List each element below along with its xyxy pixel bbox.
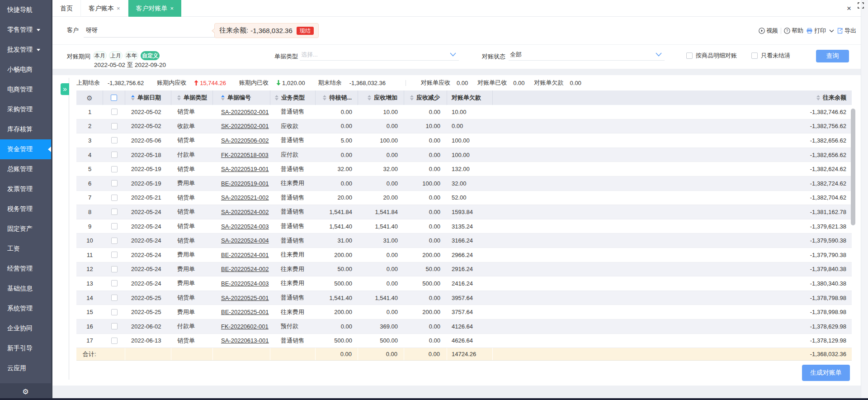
sidebar-item[interactable]: 新手引导 [0, 338, 52, 358]
row-checkbox[interactable] [103, 162, 125, 176]
sidebar-item[interactable]: 库存核算 [0, 119, 52, 139]
row-checkbox[interactable] [103, 105, 125, 119]
column-settings-button[interactable]: ⚙ [76, 90, 103, 105]
document-link[interactable]: SA-20220524-002 [221, 209, 269, 215]
row-checkbox[interactable] [103, 148, 125, 162]
row-checkbox[interactable] [103, 305, 125, 319]
sidebar-item[interactable]: 电商管理 [0, 80, 52, 100]
fullscreen-icon[interactable] [858, 2, 864, 9]
filter-checkbox-detail[interactable]: 按商品明细对账 [686, 52, 737, 60]
select-all-checkbox[interactable] [103, 90, 125, 105]
sidebar-item[interactable]: 经营管理 [0, 259, 52, 279]
document-link[interactable]: BE-20220524-001 [221, 252, 269, 258]
row-checkbox[interactable] [103, 262, 125, 276]
column-header-pending[interactable]: 待核销... [316, 90, 358, 105]
sidebar-item[interactable]: 企业协同 [0, 319, 52, 338]
document-link[interactable]: BE-20220524-003 [221, 280, 269, 287]
row-checkbox[interactable] [103, 176, 125, 190]
sidebar-item[interactable]: 固定资产 [0, 219, 52, 239]
column-header-balance[interactable]: 往来余额 [761, 90, 852, 105]
row-checkbox[interactable] [103, 248, 125, 262]
cell-increase: 20.00 [358, 191, 404, 205]
sidebar-item[interactable]: 批发管理 [0, 40, 52, 60]
sidebar-item[interactable]: 发票管理 [0, 179, 52, 199]
column-header-date[interactable]: 单据日期 [125, 90, 171, 105]
row-checkbox[interactable] [103, 233, 125, 248]
summary-item: 期末结余 -1,368,032.36 [318, 79, 386, 87]
column-header-decrease[interactable]: 应收减少 [404, 90, 447, 105]
query-button[interactable]: 查询 [816, 50, 849, 62]
document-link[interactable]: BE-20220519-001 [221, 180, 269, 187]
document-link[interactable]: BE-20220525-001 [221, 309, 269, 315]
sidebar-item[interactable]: 采购管理 [0, 100, 52, 119]
doc-type-select[interactable]: 选择... [300, 49, 459, 61]
tab-close-icon[interactable]: × [117, 5, 120, 11]
document-link[interactable]: SA-20220521-002 [221, 194, 269, 201]
document-link[interactable]: FK-20220518-003 [221, 152, 269, 158]
export-button[interactable]: 导出 [837, 27, 856, 35]
tab[interactable]: 客户账本 × [81, 0, 128, 17]
row-checkbox[interactable] [103, 334, 125, 348]
page-scrollbar-track[interactable] [861, 0, 868, 400]
period-pill[interactable]: 本年 [125, 51, 138, 60]
document-link[interactable]: SA-20220506-002 [221, 137, 269, 144]
sidebar-item[interactable]: 基础信息 [0, 279, 52, 299]
row-checkbox[interactable] [103, 276, 125, 290]
row-checkbox[interactable] [103, 133, 125, 148]
sidebar-item[interactable]: 税务管理 [0, 199, 52, 219]
checkbox-icon [111, 209, 118, 215]
filter-checkbox-unsettled[interactable]: 只看未结清 [751, 52, 790, 60]
status-select[interactable]: 全部 [509, 49, 665, 61]
sidebar-item[interactable]: 系统管理 [0, 299, 52, 319]
row-checkbox[interactable] [103, 119, 125, 133]
sidebar-item[interactable]: 小畅电商 [0, 60, 52, 80]
row-checkbox[interactable] [103, 191, 125, 205]
column-header-type[interactable]: 单据类型 [171, 90, 213, 105]
document-link[interactable]: SA-20220613-001 [221, 337, 269, 344]
table-scrollbar-thumb[interactable] [851, 109, 855, 225]
tab[interactable]: 首页 [52, 0, 81, 17]
help-button[interactable]: ? 帮助 [784, 27, 803, 35]
document-link[interactable]: SA-20220525-001 [221, 295, 269, 301]
document-link[interactable]: BE-20220524-002 [221, 266, 269, 272]
tab-close-icon[interactable]: × [170, 5, 174, 11]
row-checkbox[interactable] [103, 219, 125, 233]
column-header-biz[interactable]: 业务类型 [270, 90, 316, 105]
print-button[interactable]: 打印 [806, 27, 834, 35]
sidebar-settings-button[interactable]: ⚙ [0, 383, 51, 400]
sort-icon [410, 95, 414, 100]
generate-statement-button[interactable]: 生成对账单 [802, 365, 850, 381]
cell-type: 销货单 [171, 205, 213, 219]
row-checkbox[interactable] [103, 291, 125, 305]
column-header-owed[interactable]: 对账单欠款 [447, 90, 493, 105]
video-button[interactable]: 视频 [759, 27, 778, 35]
row-number: 13 [76, 276, 103, 290]
column-header-code[interactable]: 单据编号 [213, 90, 270, 105]
checkbox-icon [111, 223, 118, 229]
sidebar-item[interactable]: 云应用 [0, 358, 52, 378]
row-checkbox[interactable] [103, 205, 125, 219]
document-link[interactable]: SA-20220524-003 [221, 223, 269, 230]
document-link[interactable]: SA-20220519-001 [221, 166, 269, 172]
document-link[interactable]: SA-20220524-004 [221, 237, 269, 244]
sidebar-item[interactable]: 快捷导航 [0, 0, 52, 20]
sidebar-item[interactable]: 零售管理 [0, 20, 52, 40]
expand-panel-button[interactable]: » [61, 83, 69, 95]
period-pill[interactable]: 上月 [109, 51, 123, 60]
sidebar-item[interactable]: 工资 [0, 239, 52, 259]
cell-increase: 0.00 [358, 262, 404, 276]
document-link[interactable]: SK-20220502-001 [221, 123, 269, 129]
sidebar-item[interactable]: 资金管理 [0, 139, 52, 159]
document-link[interactable]: SA-20220502-001 [221, 109, 269, 115]
close-icon[interactable]: × [844, 4, 854, 13]
tab[interactable]: 客户对账单 × [128, 0, 182, 17]
sidebar-item[interactable]: 总账管理 [0, 159, 52, 179]
document-link[interactable]: FK-20220602-001 [221, 323, 269, 330]
period-pill[interactable]: 本月 [93, 51, 107, 60]
period-pill[interactable]: 自定义 [141, 51, 160, 60]
cell-decrease: 200.00 [404, 248, 447, 262]
chevron-down-icon [656, 52, 662, 57]
row-checkbox[interactable] [103, 319, 125, 333]
column-header-increase[interactable]: 应收增加 [358, 90, 404, 105]
cell-increase: 1,541.40 [358, 219, 404, 233]
